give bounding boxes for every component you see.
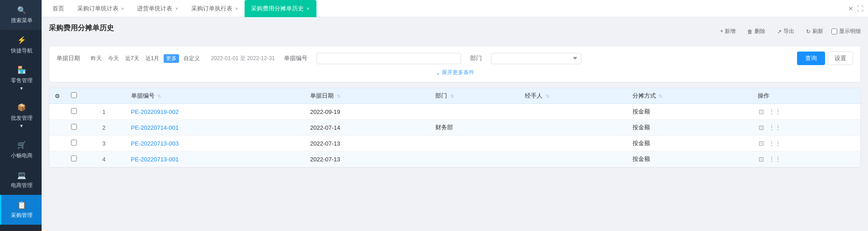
sidebar-item-quick-nav[interactable]: ⚡ 快捷导航 — [0, 30, 42, 60]
shortcut-yesterday[interactable]: 昨天 — [89, 54, 104, 63]
col-actions: 操作 — [752, 88, 860, 104]
tab-purchase-order-stats[interactable]: 采购订单统计表× — [71, 0, 131, 17]
row-checkbox-cell — [66, 151, 82, 167]
more-action-icon[interactable]: ⋮⋮ — [768, 107, 782, 116]
table-header-row: ⚙ 单据编号 ⇅ 单据日期 ⇅ 部门 ⇅ 经手人 ⇅ 分摊方式 ⇅ 操作 — [49, 88, 860, 104]
sidebar-item-search[interactable]: 🔍 搜索菜单 — [0, 0, 42, 30]
col-doc-no[interactable]: 单据编号 ⇅ — [126, 88, 305, 104]
row-seq: 1 — [82, 104, 126, 120]
sidebar-label-retail: 零售管理 — [4, 77, 39, 85]
doc-no-link[interactable]: PE-20220919-002 — [131, 108, 179, 115]
tab-label-purchase-order-stats: 采购订单统计表 — [77, 5, 118, 12]
shortcut-1month[interactable]: 近1月 — [144, 54, 161, 63]
refresh-icon: ↻ — [806, 28, 811, 35]
show-cols-toggle[interactable]: 显示明细 — [831, 28, 861, 35]
tab-purchase-order-exec[interactable]: 采购订单执行表× — [185, 0, 245, 17]
col-dept[interactable]: 部门 ⇅ — [430, 88, 519, 104]
shortcut-today[interactable]: 今天 — [106, 54, 121, 63]
sidebar-item-retail[interactable]: 🏪 零售管理 ▼ — [0, 60, 42, 97]
sidebar-icon-retail: 🏪 — [4, 65, 39, 75]
row-seq: 4 — [82, 151, 126, 167]
row-checkbox[interactable] — [71, 156, 77, 161]
tab-close-purchase-order-exec[interactable]: × — [235, 6, 238, 11]
col-split-method[interactable]: 分摊方式 ⇅ — [627, 88, 752, 104]
view-action-icon[interactable]: ⊡ — [758, 139, 765, 148]
export-button[interactable]: ↗ 导出 — [774, 26, 798, 37]
col-handler[interactable]: 经手人 ⇅ — [519, 88, 627, 104]
more-action-icon[interactable]: ⋮⋮ — [768, 139, 782, 148]
tab-home[interactable]: 首页 — [46, 0, 71, 17]
sidebar-item-wholesale[interactable]: 📦 批发管理 ▼ — [0, 97, 42, 135]
show-cols-checkbox[interactable] — [831, 28, 837, 34]
sidebar-label-quick-nav: 快捷导航 — [4, 47, 39, 55]
row-handler — [519, 120, 627, 136]
table-row: 4 PE-20220713-001 2022-07-13 按金额 ⊡ ⋮⋮ — [49, 151, 860, 167]
more-action-icon[interactable]: ⋮⋮ — [768, 123, 782, 132]
row-checkbox[interactable] — [71, 108, 77, 114]
close-window-icon[interactable]: ✕ — [848, 5, 854, 12]
sidebar-label-mini-shop: 小畅电商 — [4, 152, 39, 160]
row-dept — [430, 136, 519, 151]
query-button[interactable]: 查询 — [797, 52, 825, 65]
filter-setting-button[interactable]: 设置 — [828, 52, 853, 65]
table-row: 2 PE-20220714-001 2022-07-14 财务部 按金额 ⊡ ⋮… — [49, 120, 860, 136]
sidebar-icon-mini-shop: 🛒 — [4, 140, 39, 150]
tab-inbound-stats[interactable]: 进货单统计表× — [131, 0, 184, 17]
row-action-group: ⊡ ⋮⋮ — [758, 107, 855, 116]
col-date[interactable]: 单据日期 ⇅ — [305, 88, 430, 104]
sidebar-item-mini-shop[interactable]: 🛒 小畅电商 — [0, 135, 42, 165]
shortcut-custom[interactable]: 自定义 — [182, 54, 202, 63]
tab-purchase-fee-history[interactable]: 采购费用分摊单历史× — [245, 0, 316, 17]
expand-conditions-button[interactable]: ⌄ 展开更多条件 — [436, 69, 474, 76]
more-action-icon[interactable]: ⋮⋮ — [768, 155, 782, 164]
expand-arrow-wholesale: ▼ — [19, 123, 24, 128]
view-action-icon[interactable]: ⊡ — [758, 107, 765, 116]
table-row: 3 PE-20220713-003 2022-07-13 按金额 ⊡ ⋮⋮ — [49, 136, 860, 151]
shortcut-7days[interactable]: 近7天 — [123, 54, 141, 63]
data-table-container: ⚙ 单据编号 ⇅ 单据日期 ⇅ 部门 ⇅ 经手人 ⇅ 分摊方式 ⇅ 操作 1 — [49, 88, 861, 168]
doc-no-input[interactable] — [316, 53, 461, 64]
doc-no-link[interactable]: PE-20220714-001 — [131, 124, 179, 131]
row-doc-no: PE-20220713-001 — [126, 151, 305, 167]
sidebar-label-search: 搜索菜单 — [4, 17, 39, 24]
row-date: 2022-07-13 — [305, 136, 430, 151]
col-setting[interactable]: ⚙ — [49, 88, 66, 104]
sidebar-label-purchase: 采购管理 — [4, 212, 39, 219]
sidebar: 🔍 搜索菜单 ⚡ 快捷导航 🏪 零售管理 ▼📦 批发管理 ▼🛒 小畅电商 💻 电… — [0, 0, 42, 231]
row-checkbox-cell — [66, 136, 82, 151]
row-handler — [519, 151, 627, 167]
shortcut-more[interactable]: 更多 — [164, 54, 179, 63]
page-content: 采购费用分摊单历史 + 新增 🗑 删除 ↗ 导出 ↻ 刷新 显示明细 — [42, 17, 868, 231]
delete-button[interactable]: 🗑 删除 — [744, 26, 769, 37]
row-dept — [430, 151, 519, 167]
select-all-checkbox[interactable] — [71, 92, 77, 98]
row-checkbox-cell — [66, 104, 82, 120]
sidebar-label-wholesale: 批发管理 — [4, 114, 39, 122]
doc-no-link[interactable]: PE-20220713-003 — [131, 140, 179, 147]
tab-window-actions: ✕⛶ — [848, 5, 863, 12]
refresh-button[interactable]: ↻ 刷新 — [802, 26, 827, 37]
filter-actions: 查询 设置 — [797, 52, 853, 65]
dept-select[interactable]: 财务部 — [491, 53, 581, 64]
export-icon: ↗ — [777, 28, 782, 35]
sidebar-item-ecommerce[interactable]: 💻 电商管理 — [0, 165, 42, 195]
filter-row-1: 单据日期 昨天 今天 近7天 近1月 更多 自定义 2022-01-01 至 2… — [57, 52, 853, 65]
tab-close-purchase-fee-history[interactable]: × — [307, 6, 309, 11]
expand-icon: ⌄ — [436, 70, 440, 76]
main-area: 首页采购订单统计表×进货单统计表×采购订单执行表×采购费用分摊单历史×✕⛶ 采购… — [42, 0, 868, 231]
view-action-icon[interactable]: ⊡ — [758, 155, 765, 164]
row-dept: 财务部 — [430, 120, 519, 136]
add-button[interactable]: + 新增 — [717, 26, 739, 37]
sidebar-item-purchase[interactable]: 📋 采购管理 — [0, 195, 42, 225]
row-checkbox[interactable] — [71, 124, 77, 130]
tab-close-inbound-stats[interactable]: × — [175, 6, 178, 11]
view-action-icon[interactable]: ⊡ — [758, 123, 765, 132]
sidebar-item-inventory[interactable]: 📊 库存核算 — [0, 225, 42, 231]
tab-close-purchase-order-stats[interactable]: × — [121, 6, 124, 11]
row-checkbox[interactable] — [71, 140, 77, 146]
data-table: ⚙ 单据编号 ⇅ 单据日期 ⇅ 部门 ⇅ 经手人 ⇅ 分摊方式 ⇅ 操作 1 — [49, 88, 860, 167]
doc-no-link[interactable]: PE-20220713-001 — [131, 156, 179, 163]
page-title: 采购费用分摊单历史 — [49, 24, 114, 33]
maximize-window-icon[interactable]: ⛶ — [857, 5, 863, 12]
dept-sort-icon: ⇅ — [450, 94, 454, 99]
